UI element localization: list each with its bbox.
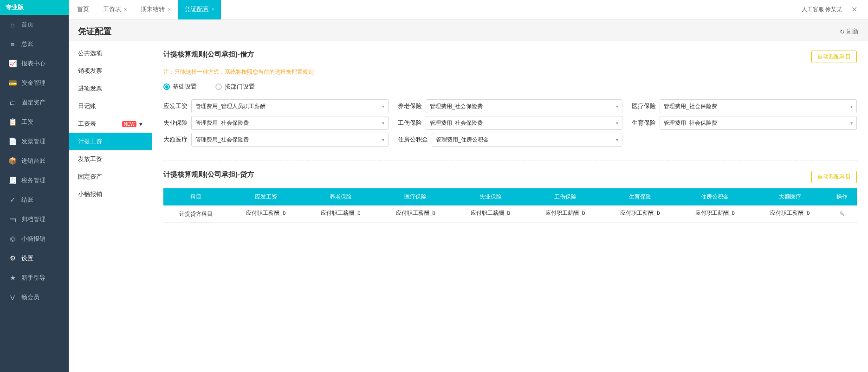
- left-nav-salary-table[interactable]: 工资表 NEW ▾: [69, 115, 152, 133]
- fixed-assets-icon: 🗂: [8, 99, 17, 107]
- sidebar-item-archive-management[interactable]: 🗃 归档管理: [0, 210, 69, 229]
- salary-table-badge: NEW: [122, 121, 136, 127]
- tab-voucher-config-close[interactable]: ×: [212, 6, 214, 12]
- left-nav-diary[interactable]: 日记账: [69, 97, 152, 115]
- radio-dept-setting[interactable]: 按部门设置: [215, 83, 255, 91]
- radio-basic-setting[interactable]: 基础设置: [163, 83, 197, 91]
- ledger-icon: ≡: [8, 40, 17, 48]
- window-close-button[interactable]: ✕: [848, 3, 861, 16]
- col-housing-fund: 住房公积金: [678, 188, 752, 205]
- table-row: 计提贷方科目 应付职工薪酬_b 应付职工薪酬_b 应付职工薪酬_b 应付职工薪酬…: [163, 205, 857, 223]
- left-nav-pay-salary[interactable]: 发放工资: [69, 150, 152, 168]
- tab-period-close-close[interactable]: ×: [168, 6, 170, 12]
- left-nav: 公共选项 销项发票 进项发票 日记账 工资表 NEW ▾ 计提工资: [69, 41, 152, 372]
- sidebar-item-new-guide[interactable]: ★ 新手引导: [0, 268, 69, 288]
- form-item-payroll: 应发工资 管理费用_管理人员职工薪酬 ▾: [163, 99, 389, 113]
- sidebar-item-fixed-assets[interactable]: 🗂 固定资产: [0, 93, 69, 112]
- sidebar-item-salary[interactable]: 📋 工资: [0, 112, 69, 132]
- label-medical: 医疗保险: [632, 102, 656, 110]
- section2-header: 计提核算规则(公司承担)-贷方 自动匹配科目: [163, 170, 857, 184]
- tab-salary-table-close[interactable]: ×: [124, 6, 127, 12]
- cell-payroll: 应付职工薪酬_b: [228, 205, 303, 223]
- select-medical-value: 管理费用_社会保险费: [664, 103, 717, 110]
- refresh-label: 刷新: [847, 27, 859, 36]
- cell-pension-value: 应付职工薪酬_b: [321, 209, 360, 217]
- select-housing-fund-value: 管理费用_住房公积金: [436, 136, 489, 144]
- sidebar-label-general-ledger: 总账: [21, 40, 33, 48]
- sidebar-item-small-smooth-expense[interactable]: © 小畅报销: [0, 229, 69, 249]
- label-major-medical: 大额医疗: [163, 135, 188, 144]
- section1-title: 计提核算规则(公司承担)-借方: [163, 50, 254, 59]
- fund-icon: 💳: [8, 79, 17, 87]
- col-action: 操作: [827, 188, 857, 205]
- auto-match-credit-button[interactable]: 自动匹配科目: [811, 171, 857, 183]
- purchase-icon: 📦: [8, 157, 17, 165]
- sidebar-item-settings[interactable]: ⚙ 设置: [0, 249, 69, 268]
- content-layout: 公共选项 销项发票 进项发票 日记账 工资表 NEW ▾ 计提工资: [69, 41, 868, 372]
- sidebar-item-home[interactable]: ⌂ 首页: [0, 15, 69, 34]
- cell-medical: 应付职工薪酬_b: [378, 205, 453, 223]
- form-row-3: 大额医疗 管理费用_社会保险费 ▾ 住房公积金 管理费用_住房公积金 ▾: [163, 133, 857, 147]
- chevron-down-icon-7: ▾: [382, 137, 384, 142]
- left-nav-cancel-invoice[interactable]: 销项发票: [69, 62, 152, 80]
- select-housing-fund[interactable]: 管理费用_住房公积金 ▾: [432, 133, 623, 147]
- auto-match-debit-button[interactable]: 自动匹配科目: [811, 51, 857, 63]
- home-icon: ⌂: [8, 21, 17, 29]
- tab-home[interactable]: 首页: [71, 0, 96, 19]
- main-content: 计提核算规则(公司承担)-借方 自动匹配科目 注：只能选择一种方式，系统将按照您…: [152, 41, 868, 372]
- select-pension[interactable]: 管理费用_社会保险费 ▾: [426, 99, 623, 113]
- expand-icon: ▾: [139, 121, 143, 128]
- sidebar-item-purchase-sales[interactable]: 📦 进销台账: [0, 151, 69, 171]
- credit-table-body: 计提贷方科目 应付职工薪酬_b 应付职工薪酬_b 应付职工薪酬_b 应付职工薪酬…: [163, 205, 857, 223]
- left-nav-small-smooth[interactable]: 小畅报销: [69, 186, 152, 203]
- form-item-unemployment: 失业保险 管理费用_社会保险费 ▾: [163, 116, 389, 130]
- page-title: 凭证配置: [78, 26, 111, 37]
- form-item-maternity: 生育保险 管理费用_社会保险费 ▾: [632, 116, 857, 130]
- form-item-major-medical: 大额医疗 管理费用_社会保险费 ▾: [163, 133, 389, 147]
- edit-icon[interactable]: ✎: [839, 210, 845, 218]
- invoice-icon: 📄: [8, 137, 17, 146]
- sidebar-item-general-ledger[interactable]: ≡ 总账: [0, 34, 69, 54]
- page-header: 凭证配置 ↻ 刷新: [69, 19, 868, 41]
- vip-icon: V: [8, 294, 17, 301]
- sidebar-item-settlement[interactable]: ✓ 结账: [0, 190, 69, 210]
- sidebar-item-report-center[interactable]: 📈 报表中心: [0, 54, 69, 73]
- sidebar-label-fund-management: 资金管理: [21, 79, 45, 87]
- form-item-medical: 医疗保险 管理费用_社会保险费 ▾: [632, 99, 857, 113]
- archive-icon: 🗃: [8, 216, 17, 224]
- tab-period-close[interactable]: 期末结转 ×: [134, 0, 177, 19]
- sidebar-label-settings: 设置: [21, 254, 33, 263]
- cell-housing-fund-value: 应付职工薪酬_b: [695, 209, 735, 217]
- sidebar-item-invoice-management[interactable]: 📄 发票管理: [0, 132, 69, 151]
- label-injury: 工伤保险: [398, 119, 422, 127]
- select-injury-value: 管理费用_社会保险费: [430, 119, 483, 127]
- tab-voucher-config[interactable]: 凭证配置 ×: [178, 0, 221, 19]
- radio-dept-label: 按部门设置: [225, 83, 255, 91]
- main-area: 首页 工资表 × 期末结转 × 凭证配置 × 人工客服 徐某某 ✕ 凭证配置 ↻…: [69, 0, 868, 372]
- left-nav-fixed-assets[interactable]: 固定资产: [69, 168, 152, 186]
- settings-icon: ⚙: [8, 254, 17, 263]
- sidebar-label-new-guide: 新手引导: [21, 274, 45, 282]
- select-payroll[interactable]: 管理费用_管理人员职工薪酬 ▾: [191, 99, 389, 113]
- tab-home-label: 首页: [77, 5, 89, 13]
- section-debit: 计提核算规则(公司承担)-借方 自动匹配科目 注：只能选择一种方式，系统将按照您…: [163, 50, 857, 147]
- select-injury[interactable]: 管理费用_社会保险费 ▾: [426, 116, 623, 130]
- sidebar-item-vip[interactable]: V 畅会员: [0, 288, 69, 307]
- left-nav-input-invoice[interactable]: 进项发票: [69, 80, 152, 97]
- select-medical[interactable]: 管理费用_社会保险费 ▾: [660, 99, 857, 113]
- sidebar-item-tax-management[interactable]: 🧾 税务管理: [0, 171, 69, 190]
- left-nav-calc-salary[interactable]: 计提工资: [69, 133, 152, 150]
- col-pension: 养老保险: [303, 188, 378, 205]
- select-major-medical[interactable]: 管理费用_社会保险费 ▾: [191, 133, 389, 147]
- section-divider: [163, 160, 857, 161]
- select-unemployment[interactable]: 管理费用_社会保险费 ▾: [191, 116, 389, 130]
- left-nav-public-options[interactable]: 公共选项: [69, 45, 152, 62]
- report-icon: 📈: [8, 59, 17, 68]
- refresh-button[interactable]: ↻ 刷新: [840, 27, 859, 36]
- cell-subject: 计提贷方科目: [163, 205, 228, 223]
- select-maternity-value: 管理费用_社会保险费: [664, 119, 717, 127]
- select-maternity[interactable]: 管理费用_社会保险费 ▾: [660, 116, 857, 130]
- sidebar-item-fund-management[interactable]: 💳 资金管理: [0, 73, 69, 93]
- cell-major-medical-value: 应付职工薪酬_b: [770, 209, 810, 217]
- tab-salary-table[interactable]: 工资表 ×: [97, 0, 133, 19]
